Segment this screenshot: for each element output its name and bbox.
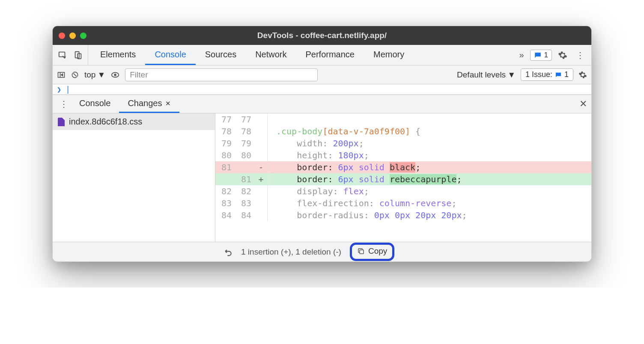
- issues-badge[interactable]: 1: [530, 50, 552, 61]
- diff-line: 8484 border-radius: 0px 0px 20px 20px;: [215, 209, 591, 221]
- tab-network[interactable]: Network: [246, 45, 296, 65]
- devtools-window: DevTools - coffee-cart.netlify.app/ Elem…: [52, 26, 592, 262]
- console-toolbar: top ▼ Filter Default levels ▼ 1 Issue: 1: [53, 65, 591, 84]
- maximize-window-icon[interactable]: [80, 33, 86, 39]
- revert-icon[interactable]: [224, 248, 233, 256]
- filter-input[interactable]: Filter: [125, 68, 318, 81]
- levels-label: Default levels: [457, 70, 506, 80]
- copy-label: Copy: [368, 246, 387, 256]
- diff-line: 7979 width: 200px;: [215, 137, 591, 149]
- diff-line: 7878.cup-body[data-v-7a0f9f00] {: [215, 125, 591, 137]
- context-label: top: [84, 70, 95, 80]
- titlebar: DevTools - coffee-cart.netlify.app/: [53, 26, 591, 45]
- main-menu-icon[interactable]: ⋮: [573, 50, 587, 60]
- close-drawer-icon[interactable]: ✕: [579, 98, 587, 110]
- file-item[interactable]: index.8d6c6f18.css: [53, 113, 215, 130]
- drawer-menu-icon[interactable]: ⋮: [57, 99, 71, 109]
- issues-filter[interactable]: 1 Issue: 1: [521, 68, 573, 81]
- levels-selector[interactable]: Default levels ▼: [457, 70, 516, 80]
- issues-label: 1 Issue:: [525, 70, 552, 79]
- inspect-icon[interactable]: [58, 50, 67, 60]
- close-tab-icon[interactable]: ✕: [165, 100, 171, 107]
- console-settings-icon[interactable]: [578, 71, 587, 79]
- diff-line: 8282 display: flex;: [215, 185, 591, 197]
- diff-view: 77777878.cup-body[data-v-7a0f9f00] {7979…: [215, 113, 591, 242]
- changes-summary: 1 insertion (+), 1 deletion (-): [241, 247, 341, 257]
- drawer-tab-changes[interactable]: Changes✕: [119, 95, 179, 113]
- close-window-icon[interactable]: [59, 33, 65, 39]
- drawer-toolbar: ⋮ ConsoleChanges✕ ✕: [53, 95, 591, 113]
- traffic-lights: [59, 33, 86, 39]
- svg-point-6: [114, 74, 116, 76]
- file-name: index.8d6c6f18.css: [69, 117, 142, 127]
- css-file-icon: [58, 118, 65, 126]
- window-title: DevTools - coffee-cart.netlify.app/: [257, 31, 387, 40]
- chevron-down-icon: ▼: [97, 70, 105, 80]
- context-selector[interactable]: top ▼: [84, 70, 105, 80]
- live-expression-icon[interactable]: [110, 70, 120, 80]
- copy-button[interactable]: Copy: [357, 246, 387, 256]
- main-toolbar: ElementsConsoleSourcesNetworkPerformance…: [53, 45, 591, 65]
- diff-line: 81+ border: 6px solid rebeccapurple;: [215, 173, 591, 185]
- diff-line: 8383 flex-direction: column-reverse;: [215, 197, 591, 209]
- diff-line: 7777: [215, 113, 591, 125]
- svg-rect-1: [75, 51, 79, 58]
- svg-rect-0: [59, 52, 65, 56]
- console-prompt[interactable]: ❯ |: [53, 84, 591, 95]
- tab-sources[interactable]: Sources: [196, 45, 246, 65]
- issues-count: 1: [564, 70, 569, 79]
- changes-panel: index.8d6c6f18.css 77777878.cup-body[dat…: [53, 113, 591, 242]
- settings-icon[interactable]: [558, 50, 567, 60]
- diff-line: 81- border: 6px solid black;: [215, 161, 591, 173]
- chevron-down-icon: ▼: [507, 70, 516, 80]
- more-tabs[interactable]: »: [519, 50, 524, 60]
- svg-rect-7: [360, 250, 364, 254]
- tab-elements[interactable]: Elements: [91, 45, 145, 65]
- device-toggle-icon[interactable]: [73, 50, 83, 60]
- issues-badge-count: 1: [544, 51, 548, 59]
- sidebar-toggle-icon[interactable]: [57, 71, 66, 79]
- changes-footer: 1 insertion (+), 1 deletion (-) Copy: [53, 242, 591, 261]
- tab-memory[interactable]: Memory: [364, 45, 414, 65]
- minimize-window-icon[interactable]: [69, 33, 76, 39]
- copy-highlight: Copy: [350, 243, 394, 261]
- tab-performance[interactable]: Performance: [296, 45, 364, 65]
- filter-placeholder: Filter: [130, 70, 148, 80]
- files-sidebar: index.8d6c6f18.css: [53, 113, 215, 242]
- drawer-tab-console[interactable]: Console: [71, 95, 119, 113]
- diff-line: 8080 height: 180px;: [215, 149, 591, 161]
- clear-console-icon[interactable]: [71, 71, 79, 79]
- tab-console[interactable]: Console: [145, 45, 195, 65]
